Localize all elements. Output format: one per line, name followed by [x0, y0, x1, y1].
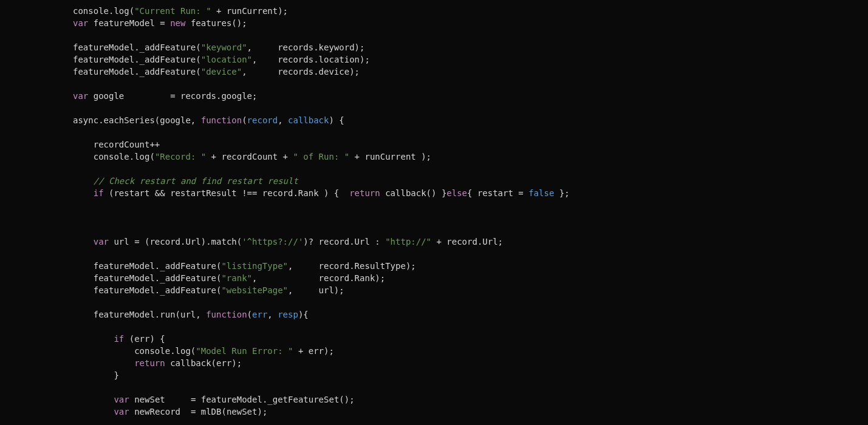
code-line: featureModel._addFeature("keyword", reco…: [73, 41, 868, 53]
code-line: [73, 296, 868, 308]
code-line: featureModel._addFeature("device", recor…: [73, 66, 868, 78]
code-line: [73, 199, 868, 211]
code-line: featureModel._addFeature("listingType", …: [73, 260, 868, 272]
code-line: var newRecord = mlDB(newSet);: [73, 406, 868, 418]
code-line: }: [73, 369, 868, 381]
code-line: if (err) {: [73, 333, 868, 345]
code-line: console.log("Model Run Error: " + err);: [73, 345, 868, 357]
code-line: return callback(err);: [73, 357, 868, 369]
code-line: [73, 321, 868, 333]
code-line: [73, 223, 868, 236]
code-line: [73, 248, 868, 260]
code-line: featureModel._addFeature("location", rec…: [73, 53, 868, 66]
code-line: featureModel._addFeature("websitePage", …: [73, 284, 868, 296]
code-line: [73, 211, 868, 223]
code-line: console.log("Current Run: " + runCurrent…: [73, 5, 868, 17]
code-line: [73, 381, 868, 393]
code-line: [73, 78, 868, 90]
code-editor[interactable]: console.log("Current Run: " + runCurrent…: [0, 0, 868, 418]
code-line: var featureModel = new features();: [73, 17, 868, 29]
code-line: featureModel._addFeature("rank", record.…: [73, 272, 868, 284]
code-line: async.eachSeries(google, function(record…: [73, 114, 868, 126]
code-line: if (restart && restartResult !== record.…: [73, 187, 868, 199]
code-line: featureModel.run(url, function(err, resp…: [73, 308, 868, 321]
code-line: console.log("Record: " + recordCount + "…: [73, 151, 868, 163]
code-line: [73, 126, 868, 138]
code-line: var url = (record.Url).match('^https?://…: [73, 236, 868, 248]
code-line: [73, 163, 868, 175]
code-line: // Check restart and find restart result: [73, 175, 868, 187]
code-line: [73, 29, 868, 41]
code-line: var google = records.google;: [73, 90, 868, 102]
code-line: var newSet = featureModel._getFeatureSet…: [73, 393, 868, 406]
code-line: [73, 102, 868, 114]
code-line: recordCount++: [73, 138, 868, 151]
